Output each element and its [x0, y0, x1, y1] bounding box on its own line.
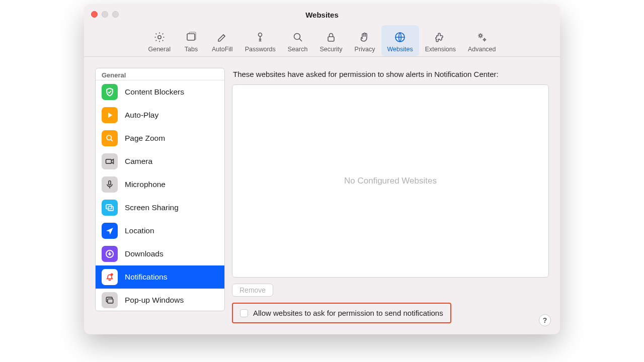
remove-button[interactable]: Remove — [232, 284, 273, 297]
tab-label: General — [148, 46, 170, 53]
tab-label: Advanced — [468, 46, 496, 53]
sidebar-item-downloads[interactable]: Downloads — [96, 242, 224, 265]
tab-label: Extensions — [425, 46, 456, 53]
svg-rect-10 — [109, 181, 111, 185]
puzzle-icon — [434, 31, 447, 44]
permission-checkbox[interactable] — [240, 309, 248, 317]
sidebar-item-notifications[interactable]: Notifications — [96, 265, 224, 289]
sidebar-item-label: Auto-Play — [125, 111, 158, 120]
shield-check-icon — [102, 84, 118, 100]
magnify-icon — [102, 130, 118, 146]
sidebar-item-popup-windows[interactable]: Pop-up Windows — [96, 289, 224, 311]
below-list-controls: Remove Allow websites to ask for permiss… — [232, 284, 549, 323]
sidebar-item-microphone[interactable]: Microphone — [96, 173, 224, 196]
gear-icon — [153, 31, 166, 44]
minimize-window-button[interactable] — [102, 11, 108, 18]
gears-icon — [475, 31, 489, 44]
tab-search[interactable]: Search — [282, 25, 314, 56]
svg-rect-1 — [187, 34, 195, 40]
search-icon — [291, 31, 304, 44]
svg-point-8 — [107, 135, 111, 140]
tab-general[interactable]: General — [142, 25, 176, 56]
svg-point-6 — [479, 35, 481, 37]
sidebar-item-label: Downloads — [125, 249, 164, 258]
tab-tabs[interactable]: Tabs — [177, 25, 206, 56]
empty-state-text: No Configured Websites — [344, 176, 437, 186]
tab-label: Search — [288, 46, 308, 53]
sidebar-item-page-zoom[interactable]: Page Zoom — [96, 127, 224, 150]
sidebar-item-label: Screen Sharing — [125, 203, 179, 212]
zoom-window-button[interactable] — [112, 11, 119, 18]
tab-label: Privacy — [355, 46, 375, 53]
svg-rect-4 — [328, 37, 334, 41]
key-icon — [254, 31, 267, 44]
tab-privacy[interactable]: Privacy — [349, 25, 381, 56]
tab-advanced[interactable]: Advanced — [462, 25, 502, 56]
sidebar-section-header: General — [96, 68, 224, 80]
tab-label: Passwords — [245, 46, 276, 53]
sidebar-item-label: Camera — [125, 157, 152, 166]
main-panel: These websites have asked for permission… — [232, 68, 549, 323]
websites-list[interactable]: No Configured Websites — [232, 84, 549, 278]
preferences-toolbar: General Tabs AutoFill Passwords Search — [84, 25, 560, 57]
tab-autofill[interactable]: AutoFill — [206, 25, 239, 56]
tab-label: Tabs — [185, 46, 198, 53]
preferences-window: Websites General Tabs AutoFill Passwor — [84, 4, 560, 334]
globe-icon — [393, 31, 407, 44]
tab-label: Websites — [387, 46, 413, 53]
tab-websites[interactable]: Websites — [381, 25, 419, 56]
close-window-button[interactable] — [91, 11, 98, 18]
pencil-icon — [216, 31, 229, 44]
traffic-lights — [91, 11, 119, 18]
sidebar-item-label: Location — [125, 226, 154, 235]
sidebar-item-label: Content Blockers — [125, 87, 184, 97]
permission-label: Allow websites to ask for permission to … — [253, 309, 443, 317]
svg-point-2 — [259, 33, 262, 37]
microphone-icon — [102, 176, 118, 193]
tab-label: AutoFill — [212, 46, 233, 53]
content-area: General Content Blockers Auto-Play Page … — [84, 57, 560, 334]
hand-icon — [358, 31, 371, 44]
titlebar: Websites — [84, 4, 560, 25]
sidebar: General Content Blockers Auto-Play Page … — [95, 68, 225, 311]
camera-icon — [102, 153, 118, 169]
location-icon — [102, 223, 118, 239]
tab-security[interactable]: Security — [313, 25, 348, 56]
svg-rect-9 — [106, 159, 112, 163]
help-button[interactable]: ? — [539, 314, 551, 326]
svg-point-7 — [484, 39, 485, 40]
sidebar-item-label: Notifications — [125, 273, 167, 282]
download-icon — [102, 246, 118, 262]
sidebar-item-location[interactable]: Location — [96, 219, 224, 242]
permission-highlight: Allow websites to ask for permission to … — [232, 303, 451, 323]
tab-passwords[interactable]: Passwords — [239, 25, 282, 56]
svg-point-0 — [158, 36, 161, 39]
play-icon — [102, 107, 118, 123]
tabs-icon — [185, 31, 198, 44]
svg-rect-16 — [108, 299, 113, 303]
tab-extensions[interactable]: Extensions — [419, 25, 462, 56]
window-title: Websites — [84, 11, 560, 19]
main-heading: These websites have asked for permission… — [233, 70, 548, 78]
window-icon — [102, 292, 118, 308]
bell-icon — [102, 269, 118, 285]
screen-sharing-icon — [102, 200, 118, 216]
sidebar-item-label: Pop-up Windows — [125, 296, 184, 305]
svg-point-14 — [111, 274, 113, 276]
svg-point-3 — [294, 34, 300, 40]
lock-icon — [325, 31, 338, 44]
sidebar-item-label: Page Zoom — [125, 134, 165, 143]
sidebar-item-screen-sharing[interactable]: Screen Sharing — [96, 196, 224, 219]
sidebar-item-label: Microphone — [125, 180, 166, 189]
sidebar-item-content-blockers[interactable]: Content Blockers — [96, 80, 224, 104]
tab-label: Security — [319, 46, 342, 53]
sidebar-item-camera[interactable]: Camera — [96, 150, 224, 173]
sidebar-item-auto-play[interactable]: Auto-Play — [96, 104, 224, 127]
